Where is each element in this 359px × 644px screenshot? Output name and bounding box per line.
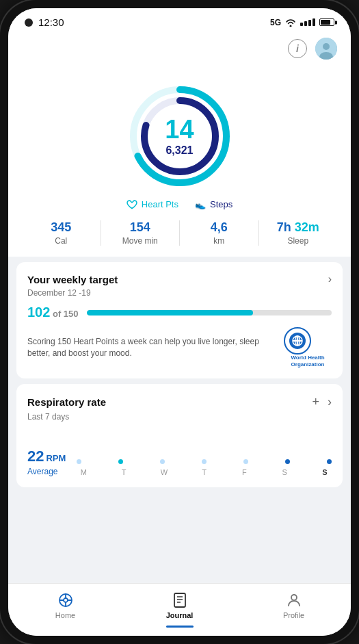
content-scroll[interactable]: 14 6,321 Heart Pts 👟: [8, 68, 351, 583]
date-range: December 12 -19: [27, 288, 332, 298]
plus-icon[interactable]: +: [312, 395, 319, 409]
stat-cal: 345 Cal: [22, 220, 101, 246]
day-s1: S: [278, 468, 291, 476]
avatar-image: [315, 38, 337, 60]
ring-section: 14 6,321 Heart Pts 👟: [8, 68, 351, 257]
signal-bars-icon: [300, 18, 315, 26]
who-logo: World Health Organization: [284, 327, 332, 368]
sleep-label: Sleep: [259, 236, 338, 246]
rpm-unit: RPM: [46, 453, 66, 463]
svg-point-1: [323, 43, 330, 50]
ring-center: 14 6,321: [165, 116, 194, 156]
svg-text:👟: 👟: [195, 200, 206, 209]
sleep-minutes: 32m: [295, 220, 319, 234]
profile-label: Profile: [283, 611, 304, 619]
home-icon: [57, 592, 74, 608]
dot-f: [243, 459, 248, 464]
who-emblem: [284, 327, 311, 355]
dot-t2: [202, 459, 207, 464]
phone-frame: 12:30 5G: [0, 0, 359, 644]
resp-header: Respiratory rate + ›: [27, 395, 332, 409]
steps-icon: 👟: [195, 200, 206, 209]
stat-move: 154 Move min: [101, 220, 180, 246]
stat-km: 4,6 km: [179, 220, 258, 246]
chart-col-t1: [118, 459, 123, 464]
svg-point-13: [64, 598, 68, 602]
progress-bar-fill: [87, 310, 254, 315]
chart-col-s2: [327, 450, 332, 464]
who-text: World Health Organization: [284, 355, 332, 368]
card-header: Your weekly target ›: [27, 273, 332, 285]
camera-dot: [25, 18, 33, 27]
heart-pts-value: 14: [165, 116, 194, 144]
who-label2: Organization: [291, 361, 325, 368]
dot-s1: [285, 459, 290, 464]
chart-labels: M T W T F S S: [77, 468, 332, 476]
steps-value: 6,321: [165, 144, 194, 157]
weekly-target-card[interactable]: Your weekly target › December 12 -19 102…: [16, 262, 343, 378]
legend-steps: 👟 Steps: [195, 199, 232, 209]
day-w: W: [157, 468, 171, 476]
description-row: Scoring 150 Heart Points a week can help…: [27, 327, 332, 368]
bottom-nav: Home Journal Profile: [8, 583, 351, 636]
info-icon[interactable]: i: [288, 39, 307, 58]
chart-dots: [77, 430, 332, 464]
chevron-right-icon[interactable]: ›: [328, 395, 332, 409]
resp-content: 22 RPM Average: [27, 430, 332, 476]
sleep-hours: 7h: [277, 220, 295, 234]
who-symbol: [291, 334, 304, 348]
dot-s2: [327, 459, 332, 464]
day-f: F: [237, 468, 251, 476]
chevron-right-icon[interactable]: ›: [328, 273, 332, 285]
status-right: 5G: [270, 18, 334, 27]
target-of-label: of 150: [50, 309, 78, 319]
stat-sleep: 7h 32m Sleep: [258, 220, 338, 246]
chart-col-s1: [285, 450, 290, 464]
sleep-value: 7h 32m: [259, 220, 338, 235]
target-current: 102 of 150: [27, 305, 79, 320]
day-s2: S: [318, 468, 332, 476]
resp-chart: M T W T F S S: [77, 430, 332, 476]
app-header: i: [8, 34, 351, 68]
nav-home[interactable]: Home: [8, 589, 122, 622]
status-time: 12:30: [38, 16, 64, 28]
wifi-icon: [285, 18, 296, 27]
network-label: 5G: [270, 18, 281, 27]
move-label: Move min: [101, 236, 180, 246]
dot-w: [160, 459, 165, 464]
resp-actions: + ›: [312, 395, 332, 409]
status-left: 12:30: [25, 16, 64, 28]
nav-profile[interactable]: Profile: [237, 589, 351, 622]
day-t1: T: [117, 468, 131, 476]
avatar[interactable]: [315, 38, 337, 60]
resp-subtitle: Last 7 days: [27, 412, 332, 422]
progress-bar-bg: [87, 310, 332, 315]
day-m: M: [77, 468, 90, 476]
svg-rect-18: [174, 593, 185, 607]
chart-col-t2: [202, 453, 207, 464]
phone-screen: 12:30 5G: [8, 8, 351, 636]
resp-value-display: 22 RPM: [27, 448, 66, 465]
journal-active-bar: [166, 626, 194, 628]
nav-journal[interactable]: Journal: [122, 589, 237, 622]
weekly-target-title: Your weekly target: [27, 274, 118, 285]
resp-avg-label: Average: [27, 467, 66, 476]
chart-col-f: [243, 450, 248, 464]
resp-title: Respiratory rate: [27, 396, 106, 408]
km-value: 4,6: [180, 220, 258, 235]
stats-row: 345 Cal 154 Move min 4,6 km 7h 32m: [22, 220, 337, 246]
dot-t1: [118, 459, 123, 464]
heart-pts-label: Heart Pts: [142, 199, 178, 209]
journal-icon: [172, 592, 188, 608]
progress-row: 102 of 150: [27, 305, 332, 320]
battery-icon: [319, 18, 334, 26]
respiratory-card[interactable]: Respiratory rate + › Last 7 days 22 RPM …: [16, 384, 343, 487]
km-label: km: [180, 236, 258, 246]
status-bar: 12:30 5G: [8, 8, 351, 34]
legend-heart-pts: Heart Pts: [127, 199, 178, 209]
svg-point-22: [291, 595, 297, 600]
chart-col-m: [77, 450, 81, 464]
chart-col-w: [160, 450, 165, 464]
cal-value: 345: [22, 220, 101, 235]
journal-label: Journal: [166, 611, 194, 619]
